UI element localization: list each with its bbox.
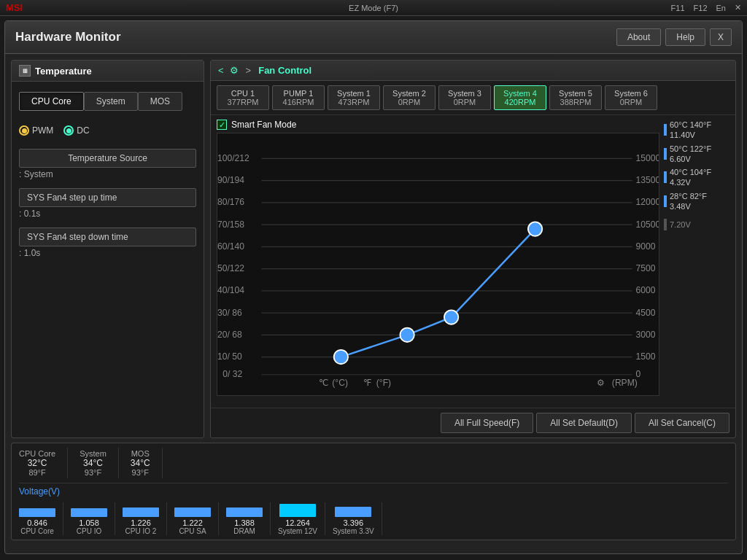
step-down-button[interactable]: SYS Fan4 step down time — [19, 228, 196, 246]
svg-point-35 — [444, 310, 458, 324]
svg-text:12000: 12000 — [636, 197, 659, 207]
temp-entry-50: 50°C 122°F 6.60V — [664, 144, 729, 165]
pwm-label: PWM — [32, 125, 53, 136]
svg-text:℃: ℃ — [319, 378, 328, 388]
status-system: System 34°C 93°F — [68, 448, 119, 478]
volt-6v: 6.60V — [670, 154, 711, 164]
svg-text:0/ 32: 0/ 32 — [222, 369, 242, 379]
temp-entry-60: 60°C 140°F 11.40V — [664, 120, 729, 141]
f11-btn[interactable]: F11 — [671, 4, 685, 12]
rpm-system2[interactable]: System 2 0RPM — [383, 85, 436, 110]
all-set-cancel-button[interactable]: All Set Cancel(C) — [635, 413, 729, 433]
close-button[interactable]: X — [710, 28, 732, 46]
voltage-entry: 7.20V — [664, 219, 729, 230]
source-value: : System — [19, 169, 196, 179]
fan-chart[interactable]: 100/212 90/194 80/176 70/158 60/140 50/1… — [217, 133, 659, 396]
pwm-dc-group: PWM DC — [19, 125, 196, 136]
all-set-default-button[interactable]: All Set Default(D) — [536, 413, 632, 433]
volt-7v: 7.20V — [670, 220, 691, 229]
help-button[interactable]: Help — [665, 28, 705, 46]
step-down-section: SYS Fan4 step down time : 1.0s — [19, 228, 196, 258]
title-buttons: About Help X — [616, 28, 732, 46]
volt-dram: 1.388 DRAM — [219, 502, 271, 535]
voltage-bars: 0.846 CPU Core 1.058 CPU IO 1.226 CPU IO… — [19, 499, 728, 535]
rpm-system5[interactable]: System 5 388RPM — [549, 85, 602, 110]
rpm-pump1[interactable]: PUMP 1 416RPM — [272, 85, 325, 110]
back-arrow-icon[interactable]: < — [218, 65, 224, 76]
volt-cpu-sa: 1.222 CPU SA — [167, 502, 219, 535]
status-mos: MOS 34°C 93°F — [119, 448, 163, 478]
fan-icon: ⚙ — [230, 65, 239, 76]
mode-label: EZ Mode (F7) — [349, 4, 398, 12]
svg-text:6000: 6000 — [636, 285, 656, 295]
svg-text:4500: 4500 — [636, 308, 656, 318]
step-up-button[interactable]: SYS Fan4 step up time — [19, 188, 196, 207]
all-full-speed-button[interactable]: All Full Speed(F) — [441, 413, 533, 433]
pwm-radio-circle — [19, 125, 29, 136]
temp-50c: 50°C 122°F — [670, 144, 711, 154]
tab-mos[interactable]: MOS — [138, 92, 182, 111]
action-buttons: All Full Speed(F) All Set Default(D) All… — [211, 408, 735, 438]
panels-row: ⊞ Temperature CPU Core System MOS PWM — [11, 60, 736, 438]
volt-bar-system12v — [279, 504, 316, 517]
temp-entry-40: 40°C 104°F 4.32V — [664, 167, 729, 188]
volt-cpu-core: 0.846 CPU Core — [19, 502, 63, 535]
temperature-title: Temperature — [35, 66, 92, 77]
chart-main: ✓ Smart Fan Mode — [217, 120, 659, 403]
temp-bar-40 — [664, 171, 667, 183]
tab-system[interactable]: System — [84, 92, 138, 111]
pwm-radio[interactable]: PWM — [19, 125, 53, 136]
tab-cpu-core[interactable]: CPU Core — [19, 92, 84, 111]
rpm-cpu1[interactable]: CPU 1 377RPM — [217, 85, 269, 110]
volt-bar-dram — [226, 508, 263, 517]
window-title: Hardware Monitor — [15, 30, 121, 44]
svg-point-34 — [400, 328, 414, 342]
fan-control-header: < ⚙ > Fan Control — [211, 61, 735, 81]
f12-btn[interactable]: F12 — [694, 4, 708, 12]
svg-text:3000: 3000 — [636, 330, 656, 340]
volt-11v: 11.40V — [670, 130, 711, 140]
temperature-header: ⊞ Temperature — [12, 61, 204, 82]
svg-text:15000: 15000 — [636, 153, 659, 163]
volt-system12v: 12.264 System 12V — [271, 502, 325, 535]
svg-point-36 — [528, 222, 542, 236]
temp-panel-icon: ⊞ — [19, 65, 31, 77]
dc-label: DC — [77, 125, 89, 136]
rpm-system3[interactable]: System 3 0RPM — [438, 85, 491, 110]
rpm-system1[interactable]: System 1 473RPM — [328, 85, 380, 110]
rpm-system6[interactable]: System 6 0RPM — [605, 85, 657, 110]
step-up-section: SYS Fan4 step up time : 0.1s — [19, 188, 196, 219]
volt-bar-cpu-io2 — [123, 508, 159, 517]
step-up-value: : 0.1s — [19, 209, 196, 219]
svg-text:20/ 68: 20/ 68 — [217, 330, 242, 340]
svg-text:30/ 86: 30/ 86 — [217, 308, 242, 318]
svg-text:60/140: 60/140 — [217, 241, 244, 252]
temp-source-section: Temperature Source : System — [19, 144, 196, 179]
svg-text:10/ 50: 10/ 50 — [217, 351, 242, 362]
fan-rpm-area: CPU 1 377RPM PUMP 1 416RPM System 1 473R… — [211, 81, 735, 115]
temp-source-button[interactable]: Temperature Source — [19, 149, 196, 168]
svg-text:50/122: 50/122 — [217, 263, 244, 273]
close-top-btn[interactable]: ✕ — [735, 3, 741, 12]
about-button[interactable]: About — [616, 28, 661, 46]
svg-text:7500: 7500 — [636, 263, 656, 273]
msi-logo: MSI — [6, 2, 23, 13]
voltage-label: Voltage(V) — [19, 486, 728, 497]
status-cpu-core: CPU Core 32°C 89°F — [19, 448, 68, 478]
lang-btn[interactable]: En — [716, 4, 726, 12]
temp-28c: 28°C 82°F — [670, 191, 707, 201]
temperature-body: CPU Core System MOS PWM DC — [12, 82, 204, 438]
rpm-system4[interactable]: System 4 420RPM — [494, 85, 546, 110]
svg-text:(°F): (°F) — [376, 378, 391, 388]
chart-sidebar: 60°C 140°F 11.40V 50°C 122°F 6.60V — [664, 120, 729, 403]
volt-bar-cpu-sa — [174, 508, 211, 517]
chart-area: ✓ Smart Fan Mode — [211, 115, 735, 408]
temp-60c: 60°C 140°F — [670, 120, 711, 130]
dc-radio[interactable]: DC — [63, 125, 89, 136]
status-temps: CPU Core 32°C 89°F System 34°C 93°F MOS … — [19, 448, 728, 483]
volt-4v: 4.32V — [670, 177, 711, 187]
svg-text:⚙: ⚙ — [597, 378, 605, 388]
svg-text:13500: 13500 — [636, 175, 659, 185]
smart-fan-checkbox[interactable]: ✓ — [217, 120, 227, 130]
svg-text:℉: ℉ — [363, 378, 371, 388]
